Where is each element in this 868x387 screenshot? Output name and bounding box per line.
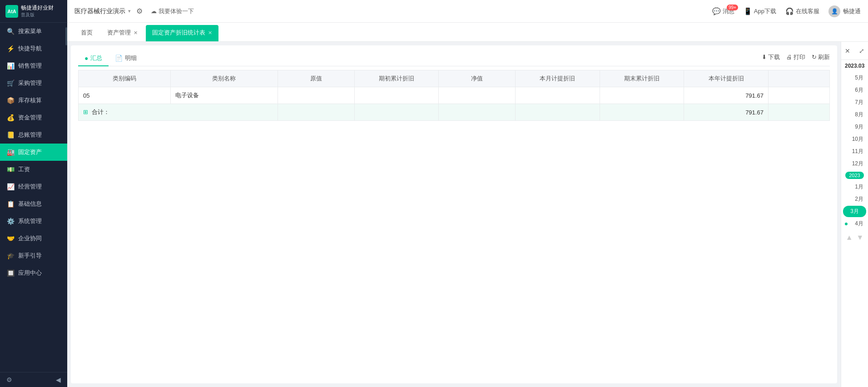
tab-fixed-asset-dep[interactable]: 固定资产折旧统计表 ✕ [146,25,218,41]
tabs-bar: 首页 资产管理 ✕ 固定资产折旧统计表 ✕ [67,23,868,42]
sidebar-item-sales[interactable]: 📊 销售管理 [0,57,67,74]
month-10[interactable]: 10月 [841,133,868,145]
sub-tab-detail[interactable]: 📄 明细 [109,51,143,66]
month-12[interactable]: 12月 [841,158,868,170]
chevron-up-icon[interactable]: ▲ [846,233,853,242]
summary-icon: ● [84,55,88,62]
download-icon: 📱 [744,7,752,15]
summary-original [278,104,354,121]
table-row: 05 电子设备 791.67 [79,87,830,104]
sidebar-item-fixed-assets[interactable]: 🏭 固定资产 [0,144,67,161]
online-service-button[interactable]: 🎧 在线客服 [785,7,819,15]
month-5[interactable]: 5月 [841,72,868,84]
message-icon: 💬 [712,7,721,15]
header-original: 原值 [278,70,354,87]
user-profile[interactable]: 👤 畅捷通 [828,5,861,17]
service-icon: 🎧 [785,7,794,15]
experience-label: 我要体验一下 [159,7,194,15]
right-panel-header: ✕ ⤢ [841,42,868,60]
sidebar-item-purchase[interactable]: 🛒 采购管理 [0,74,67,92]
tab-home[interactable]: 首页 [74,25,99,41]
app-center-icon: 🔲 [6,269,15,277]
sub-tabs: ● 汇总 📄 明细 [78,51,143,66]
tab-asset-mgmt[interactable]: 资产管理 ✕ [101,25,144,41]
sidebar-item-ledger[interactable]: 📒 总账管理 [0,126,67,144]
ledger-icon: 📒 [6,131,15,139]
sidebar-item-quicknav[interactable]: ⚡ 快捷导航 [0,40,67,57]
sidebar-item-search[interactable]: 🔍 搜索菜单 [0,23,67,40]
cell-original [278,87,354,104]
inventory-icon: 📦 [6,96,15,104]
expand-panel-icon[interactable]: ⤢ [859,47,864,55]
fixed-assets-icon: 🏭 [6,148,15,156]
panel-bottom-actions: ▲ ▼ [841,230,868,245]
summary-label: ⊞ 合计： [79,104,278,121]
sidebar-item-inventory[interactable]: 📦 库存核算 [0,92,67,109]
sidebar-item-payroll[interactable]: 💵 工资 [0,161,67,178]
month-7[interactable]: 7月 [841,96,868,109]
sidebar-item-tutorial[interactable]: 🎓 新手引导 [0,247,67,264]
cell-month-dep [515,87,600,104]
header-month-dep: 本月计提折旧 [515,70,600,87]
sidebar-label-search: 搜索菜单 [18,27,42,35]
cell-end-accum [600,87,684,104]
detail-icon: 📄 [115,55,123,62]
download-button[interactable]: ⬇ 下载 [762,53,780,61]
year-badge: 2023 [845,172,863,179]
chevron-down-icon[interactable]: ▼ [857,233,864,242]
month-2[interactable]: 2月 [841,193,868,205]
payroll-icon: 💵 [6,165,15,174]
month-6[interactable]: 6月 [841,84,868,96]
messages-button[interactable]: 💬 消息 99 [712,7,734,15]
sidebar-logo: AtA 畅捷通好业财 普及版 [0,0,67,23]
sidebar-item-funds[interactable]: 💰 资金管理 [0,109,67,126]
avatar: 👤 [828,5,840,17]
month-8[interactable]: 8月 [841,109,868,121]
sidebar-item-system[interactable]: ⚙️ 系统管理 [0,213,67,230]
cell-extra [768,87,829,104]
download-icon: ⬇ [762,54,767,60]
sum-icon: ⊞ [83,109,88,115]
app-download-button[interactable]: 📱 App下载 [744,7,776,15]
collapse-icon[interactable]: ◀ [56,376,61,383]
tab-home-label: 首页 [81,29,93,37]
month-9[interactable]: 9月 [841,121,868,133]
print-label: 打印 [794,53,805,61]
month-3-active[interactable]: 3月 [843,206,866,217]
sales-icon: 📊 [6,62,15,70]
sidebar-item-operations[interactable]: 📈 经营管理 [0,178,67,195]
sidebar-item-enterprise[interactable]: 🤝 企业协同 [0,230,67,247]
chevron-down-icon: ▾ [128,8,131,14]
month-11[interactable]: 11月 [841,145,868,158]
toolbar: ⬇ 下载 🖨 打印 ↻ 刷新 [762,53,830,64]
right-panel: ✕ ⤢ 2023.03 5月 6月 7月 8月 9月 10月 11月 12月 2… [841,42,868,387]
sub-tab-summary[interactable]: ● 汇总 [78,51,109,66]
close-panel-icon[interactable]: ✕ [845,47,850,55]
cell-name: 电子设备 [170,87,278,104]
tab-asset-mgmt-close[interactable]: ✕ [134,30,138,36]
gear-icon[interactable]: ⚙ [136,7,143,15]
month-4[interactable]: 4月 [841,218,868,230]
experience-button[interactable]: ☁ 我要体验一下 [151,7,194,15]
header-end-accum: 期末累计折旧 [600,70,684,87]
settings-icon[interactable]: ⚙ [6,376,12,383]
refresh-button[interactable]: ↻ 刷新 [812,53,830,61]
print-button[interactable]: 🖨 打印 [786,53,805,61]
year-2023-section: 2023 [841,170,868,181]
topbar-right: 💬 消息 99 📱 App下载 🎧 在线客服 👤 畅捷通 [712,5,861,17]
header-accum-dep: 期初累计折旧 [354,70,439,87]
download-label: 下载 [768,53,780,61]
base-info-icon: 📋 [6,200,15,208]
topbar: 医疗器械行业演示 ▾ ⚙ ☁ 我要体验一下 💬 消息 99 📱 App下载 🎧 … [67,0,868,23]
tab-fixed-asset-dep-close[interactable]: ✕ [208,30,212,36]
refresh-icon: ↻ [812,54,817,60]
company-selector[interactable]: 医疗器械行业演示 ▾ [74,7,131,15]
month-1[interactable]: 1月 [841,181,868,193]
sidebar-item-app-center[interactable]: 🔲 应用中心 [0,264,67,282]
sub-tab-summary-label: 汇总 [90,54,102,62]
cell-year-dep: 791.67 [684,87,769,104]
tutorial-icon: 🎓 [6,252,15,260]
username: 畅捷通 [843,7,861,15]
sidebar-item-base-info[interactable]: 📋 基础信息 [0,195,67,213]
main-area: 医疗器械行业演示 ▾ ⚙ ☁ 我要体验一下 💬 消息 99 📱 App下载 🎧 … [67,0,868,387]
